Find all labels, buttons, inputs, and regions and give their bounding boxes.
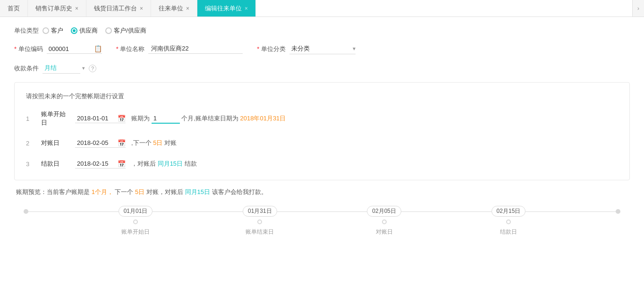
- payment-terms-select[interactable]: 月结 ▾: [42, 63, 85, 74]
- period-cal-icon-1[interactable]: 📅: [118, 115, 126, 122]
- payment-terms-group: 收款条件 月结 ▾ ?: [14, 63, 96, 74]
- unit-type-group: 单位类型 客户 供应商 客户/供应商: [14, 26, 146, 35]
- unit-category-dropdown[interactable]: 未分类 ▾: [289, 43, 356, 54]
- tab-partner[interactable]: 往来单位 ×: [151, 0, 197, 17]
- unit-code-input-wrap: 📋: [47, 44, 102, 54]
- period-desc-3-prefix: ，对账后: [131, 160, 156, 167]
- timeline-point-1: 01月01日 账单开始日: [119, 206, 153, 236]
- period-desc-1: 账期为 个月,账单结束日期为 2018年01月31日: [131, 114, 286, 124]
- period-date-2: 📅: [75, 138, 126, 148]
- tab-sales-history[interactable]: 销售订单历史 ×: [28, 0, 86, 17]
- timeline-end-dot-wrap: [616, 206, 620, 214]
- period-label-2: 对账日: [41, 139, 69, 147]
- unit-type-radio-group: 客户 供应商 客户/供应商: [42, 26, 146, 35]
- period-row-1: 1 账单开始日 📅 账期为 个月,账单结束日期为 2018年01月31日: [26, 110, 618, 127]
- timeline-end-dot: [616, 209, 620, 214]
- payment-terms-value: 月结: [42, 63, 80, 74]
- payment-terms-row: 收款条件 月结 ▾ ?: [14, 63, 630, 74]
- period-row-3: 3 结款日 📅 ，对账后 同月15日 结款: [26, 159, 618, 169]
- timeline-dot-2: [257, 219, 262, 224]
- period-num-1: 1: [26, 115, 35, 122]
- timeline-label-2: 账单结束日: [246, 228, 274, 236]
- period-settings-box: 请按照未来的一个完整帐期进行设置 1 账单开始日 📅 账期为 个月,账单结束日期…: [14, 82, 630, 180]
- radio-both-label: 客户/供应商: [114, 26, 146, 35]
- tab-edit-partner-label: 编辑往来单位: [205, 4, 242, 13]
- tab-sales-history-close[interactable]: ×: [75, 5, 78, 12]
- tab-cash-work-label: 钱货日清工作台: [94, 4, 137, 13]
- radio-customer[interactable]: 客户: [42, 26, 63, 35]
- tab-home-label: 首页: [8, 4, 20, 13]
- unit-code-group: 单位编码 📋: [14, 44, 102, 54]
- period-desc-2-highlight: 5日: [153, 139, 162, 146]
- tab-cash-work[interactable]: 钱货日清工作台 ×: [86, 0, 151, 17]
- radio-both[interactable]: 客户/供应商: [105, 26, 146, 35]
- timeline-badge-1: 01月01日: [119, 206, 153, 217]
- timeline-start-dot: [24, 209, 28, 214]
- period-desc-3: ，对账后 同月15日 结款: [131, 160, 197, 168]
- timeline-label-3: 对账日: [376, 228, 393, 236]
- radio-supplier[interactable]: 供应商: [71, 26, 98, 35]
- radio-customer-label: 客户: [51, 26, 63, 35]
- timeline-label-4: 结款日: [500, 228, 517, 236]
- preview-text: 账期预览：当前客户账期是 1个月， 下一个 5日 对账，对账后 同月15日 该客…: [14, 188, 630, 196]
- period-date-1: 📅: [75, 114, 126, 123]
- timeline-start-dot-wrap: [24, 206, 28, 214]
- timeline-badge-4: 02月15日: [491, 206, 526, 217]
- preview-part2-highlight: 5日: [135, 188, 144, 195]
- payment-terms-help-icon[interactable]: ?: [89, 65, 96, 72]
- period-date-input-3[interactable]: [75, 159, 118, 168]
- radio-both-circle: [105, 27, 112, 34]
- radio-customer-circle: [42, 27, 49, 34]
- payment-terms-arrow-icon: ▾: [82, 65, 85, 71]
- timeline-point-3: 02月05日 对账日: [367, 206, 401, 236]
- period-date-input-2[interactable]: [75, 138, 118, 147]
- timeline-point-2: 01月31日 账单结束日: [243, 206, 277, 236]
- unit-name-input[interactable]: [148, 44, 243, 54]
- unit-category-label: 单位分类: [257, 45, 286, 53]
- unit-type-label: 单位类型: [14, 26, 39, 35]
- preview-part1: 1个月，: [92, 188, 113, 195]
- unit-info-row: 单位编码 📋 单位名称 单位分类 未分类 ▾: [14, 43, 630, 54]
- period-date-input-1[interactable]: [75, 114, 118, 123]
- period-desc-2: ,下一个 5日 对账: [131, 139, 177, 147]
- period-num-2: 2: [26, 140, 35, 147]
- tabs-bar: 首页 销售订单历史 × 钱货日清工作台 × 往来单位 × 编辑往来单位 × ›: [0, 0, 644, 17]
- tab-partner-close[interactable]: ×: [186, 5, 189, 12]
- radio-supplier-circle: [71, 27, 77, 34]
- tab-sales-history-label: 销售订单历史: [35, 4, 72, 13]
- unit-code-label: 单位编码: [14, 45, 43, 53]
- period-desc-1-after: 个月,账单结束日期为: [181, 115, 238, 122]
- period-desc-2-suffix: 对账: [164, 139, 177, 146]
- period-cal-icon-2[interactable]: 📅: [118, 139, 126, 147]
- unit-name-group: 单位名称: [116, 44, 243, 54]
- tab-cash-work-close[interactable]: ×: [140, 5, 143, 12]
- unit-category-arrow-icon: ▾: [353, 45, 356, 52]
- unit-type-row: 单位类型 客户 供应商 客户/供应商: [14, 26, 630, 35]
- preview-part3: 对账，对账后: [146, 188, 183, 195]
- preview-part3-highlight: 同月15日: [185, 188, 210, 195]
- timeline-container: 01月01日 账单开始日 01月31日 账单结束日 02月05日 对账日 02月…: [14, 206, 630, 236]
- preview-prefix: 账期预览：当前客户账期是: [16, 188, 90, 195]
- period-months-input[interactable]: [152, 114, 180, 124]
- unit-code-input[interactable]: [47, 44, 94, 53]
- radio-supplier-label: 供应商: [79, 26, 98, 35]
- period-desc-3-suffix: 结款: [185, 160, 197, 167]
- timeline-dot-3: [382, 219, 387, 224]
- period-date-3: 📅: [75, 159, 126, 169]
- tab-home[interactable]: 首页: [0, 0, 28, 17]
- period-title: 请按照未来的一个完整帐期进行设置: [26, 92, 618, 101]
- payment-terms-label: 收款条件: [14, 64, 39, 73]
- tab-more-arrow[interactable]: ›: [632, 0, 644, 17]
- period-desc-2-prefix: ,下一个: [131, 139, 152, 146]
- period-desc-3-highlight: 同月15日: [158, 160, 183, 167]
- timeline-label-1: 账单开始日: [121, 228, 150, 236]
- main-content: 单位类型 客户 供应商 客户/供应商 单位编码: [0, 17, 644, 287]
- tab-partner-label: 往来单位: [159, 4, 183, 13]
- tab-edit-partner-close[interactable]: ×: [245, 5, 248, 12]
- period-end-date-highlight: 2018年01月31日: [240, 115, 286, 122]
- period-cal-icon-3[interactable]: 📅: [118, 160, 126, 168]
- tab-edit-partner[interactable]: 编辑往来单位 ×: [197, 0, 256, 17]
- unit-name-label: 单位名称: [116, 45, 145, 53]
- period-row-2: 2 对账日 📅 ,下一个 5日 对账: [26, 138, 618, 148]
- unit-code-icon[interactable]: 📋: [94, 45, 102, 52]
